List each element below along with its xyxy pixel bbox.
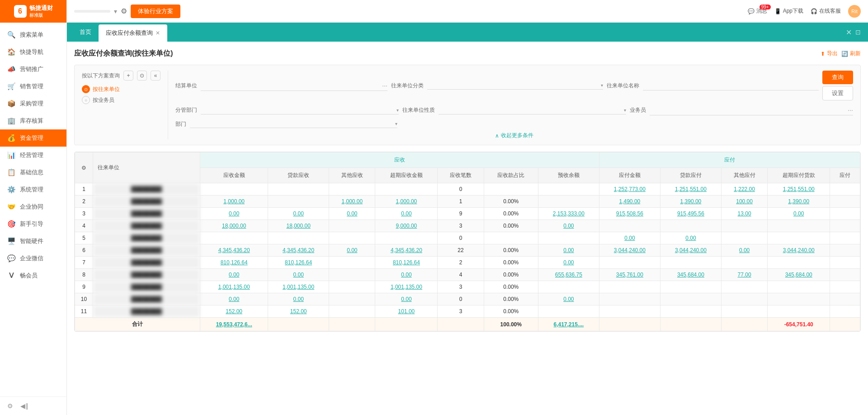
topbar-gear-icon[interactable]: ⚙ <box>121 7 127 15</box>
table-cell[interactable]: 810,126.64 <box>200 257 268 269</box>
table-cell[interactable]: 1,251,551.00 <box>660 183 721 196</box>
table-cell[interactable]: 1,390.00 <box>768 196 830 208</box>
edit-scheme-btn[interactable]: ⊙ <box>137 71 147 81</box>
table-cell[interactable]: 4,345,436.20 <box>200 244 268 257</box>
table-cell[interactable]: 0.00 <box>200 269 268 281</box>
sidebar-item-enterprise[interactable]: 🤝 企业协同 <box>0 198 66 215</box>
table-cell[interactable]: 1,251,551.00 <box>768 183 830 196</box>
settlement-input[interactable]: ··· <box>201 81 387 91</box>
table-cell[interactable]: 0.00 <box>375 269 438 281</box>
solution-btn[interactable]: 体验行业方案 <box>131 5 180 18</box>
table-cell[interactable]: 152.00 <box>268 305 329 318</box>
add-scheme-btn[interactable]: + <box>123 71 133 81</box>
table-cell[interactable]: 1,222.00 <box>721 183 767 196</box>
table-cell[interactable]: 0.00 <box>200 208 268 220</box>
table-cell[interactable]: 9,000.00 <box>375 220 438 232</box>
table-cell[interactable]: 101.00 <box>375 305 438 318</box>
sidebar-item-wechat[interactable]: 💬 企业微信 <box>0 250 66 267</box>
dept-select[interactable]: ▾ <box>190 120 397 128</box>
sidebar-item-purchase[interactable]: 📦 采购管理 <box>0 95 66 112</box>
tab-ar-ap[interactable]: 应收应付余额查询 ✕ <box>99 24 167 42</box>
table-cell[interactable]: 100.00 <box>721 196 767 208</box>
table-cell[interactable]: 152.00 <box>200 305 268 318</box>
table-cell[interactable]: 1,001,135.00 <box>268 281 329 293</box>
query-btn[interactable]: 查询 <box>822 71 853 84</box>
table-cell[interactable]: 0.00 <box>721 244 767 257</box>
tab-home[interactable]: 首页 <box>72 23 99 42</box>
partner-name-input[interactable] <box>643 81 819 91</box>
collapse-btn[interactable]: ∧ 收起更多条件 <box>495 132 533 139</box>
table-cell[interactable]: 345,684.00 <box>660 269 721 281</box>
th-settings[interactable]: ⚙ <box>75 153 93 183</box>
table-cell[interactable]: 1,000.00 <box>375 196 438 208</box>
settings-bottom-btn[interactable]: ⚙ <box>7 402 13 410</box>
table-cell[interactable]: 0.00 <box>268 208 329 220</box>
topbar-dropdown-arrow[interactable]: ▾ <box>114 8 117 15</box>
refresh-btn[interactable]: 🔄 刷新 <box>841 50 861 57</box>
scheme-by-salesman[interactable]: ○ 按业务员 <box>82 96 160 104</box>
table-cell[interactable]: 1,000.00 <box>200 196 268 208</box>
table-cell[interactable]: 4,345,436.20 <box>375 244 438 257</box>
table-cell[interactable]: 77.00 <box>721 269 767 281</box>
setting-btn[interactable]: 设置 <box>822 86 853 100</box>
table-cell[interactable]: 13.00 <box>721 208 767 220</box>
table-cell[interactable]: 345,684.00 <box>768 269 830 281</box>
salesman-input[interactable]: ··· <box>650 105 853 115</box>
sidebar-item-sales[interactable]: 🛒 销售管理 <box>0 78 66 95</box>
table-cell[interactable]: 810,126.64 <box>375 257 438 269</box>
table-cell[interactable]: 0.00 <box>538 293 599 305</box>
sidebar-item-system[interactable]: ⚙️ 系统管理 <box>0 181 66 198</box>
table-cell[interactable]: 0.00 <box>538 244 599 257</box>
topbar-app[interactable]: 📱 App下载 <box>774 7 803 15</box>
table-cell[interactable]: 0.00 <box>268 293 329 305</box>
sidebar-item-member[interactable]: Ⅴ 畅会员 <box>0 267 66 284</box>
table-cell[interactable]: 0.00 <box>768 208 830 220</box>
table-cell[interactable]: 1,000.00 <box>329 196 375 208</box>
collapse-btn[interactable]: ◀‖ <box>20 402 28 410</box>
table-cell[interactable]: 915,508.56 <box>599 208 660 220</box>
table-cell[interactable]: 0.00 <box>375 208 438 220</box>
topbar-msg[interactable]: 💬 消息 99+ <box>748 7 767 15</box>
table-cell[interactable]: 810,126.64 <box>268 257 329 269</box>
tab-close-btn[interactable]: ✕ <box>156 30 160 36</box>
table-cell[interactable]: 0.00 <box>538 220 599 232</box>
table-cell[interactable]: 3,044,240.00 <box>660 244 721 257</box>
topbar-user[interactable]: Rit <box>848 5 861 18</box>
sidebar-item-operations[interactable]: 📊 经营管理 <box>0 147 66 164</box>
table-cell[interactable]: 1,490.00 <box>599 196 660 208</box>
more-scheme-btn[interactable]: « <box>151 71 160 81</box>
dept-manage-select[interactable]: ▾ <box>201 106 399 114</box>
export-btn[interactable]: ⬆ 导出 <box>821 50 838 57</box>
sidebar-item-inventory[interactable]: 🏢 库存核算 <box>0 112 66 129</box>
table-cell[interactable]: 1,252,773.00 <box>599 183 660 196</box>
table-cell[interactable]: 0.00 <box>660 232 721 244</box>
table-cell[interactable]: 0.00 <box>329 208 375 220</box>
sidebar-item-hardware[interactable]: 🖥️ 智能硬件 <box>0 233 66 250</box>
table-cell[interactable]: 3,044,240.00 <box>599 244 660 257</box>
sidebar-item-marketing[interactable]: 📣 营销推广 <box>0 61 66 78</box>
sidebar-item-nav[interactable]: 🏠 快捷导航 <box>0 43 66 61</box>
sidebar-item-search[interactable]: 🔍 搜索菜单 <box>0 26 66 43</box>
table-cell[interactable]: 1,390.00 <box>660 196 721 208</box>
sidebar-item-finance[interactable]: 💰 资金管理 <box>0 129 66 147</box>
table-cell[interactable]: 0.00 <box>329 244 375 257</box>
table-cell[interactable]: 915,495.56 <box>660 208 721 220</box>
tab-maximize-btn[interactable]: ⊡ <box>855 29 861 36</box>
total-ar-prepay[interactable]: 6,417,215.... <box>538 318 599 331</box>
partner-cat-select[interactable]: ▾ <box>427 81 603 90</box>
table-cell[interactable]: 3,044,240.00 <box>768 244 830 257</box>
table-cell[interactable]: 2,153,333.00 <box>538 208 599 220</box>
table-cell[interactable]: 1,001,135.00 <box>375 281 438 293</box>
sidebar-item-guide[interactable]: 🎯 新手引导 <box>0 215 66 233</box>
table-cell[interactable]: 0.00 <box>599 232 660 244</box>
total-ar-amount[interactable]: 19,553,472,6... <box>200 318 268 331</box>
table-cell[interactable]: 0.00 <box>268 269 329 281</box>
table-cell[interactable]: 18,000.00 <box>200 220 268 232</box>
table-cell[interactable]: 18,000.00 <box>268 220 329 232</box>
sidebar-item-basic[interactable]: 📋 基础信息 <box>0 164 66 181</box>
table-cell[interactable]: 345,761.00 <box>599 269 660 281</box>
table-cell[interactable]: 655,636.75 <box>538 269 599 281</box>
topbar-service[interactable]: 🎧 在线客服 <box>811 7 841 15</box>
table-cell[interactable]: 0.00 <box>200 293 268 305</box>
partner-nature-select[interactable]: ▾ <box>439 106 626 114</box>
